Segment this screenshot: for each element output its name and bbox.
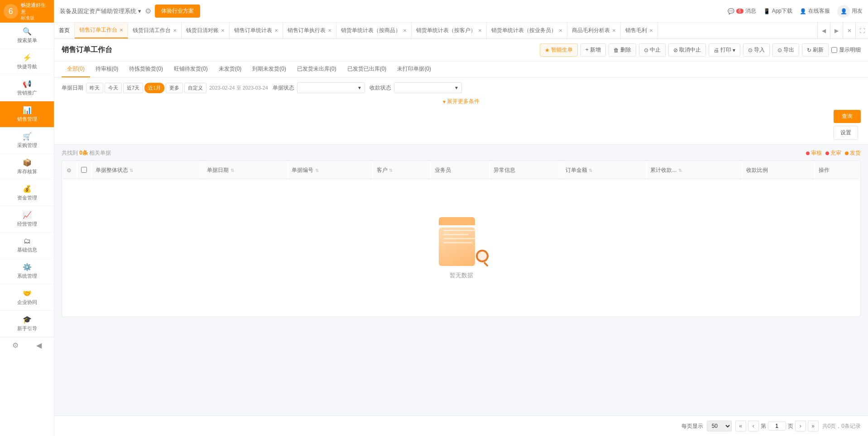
- sidebar-item-system[interactable]: ⚙️系统管理: [0, 258, 54, 284]
- date-btn-近1月[interactable]: 近1月: [144, 83, 164, 93]
- tab-sales-workbench[interactable]: 销售订单工作台✕: [75, 23, 128, 38]
- sidebar-item-enterprise[interactable]: 🤝企业协同: [0, 284, 54, 311]
- date-btn-近7天[interactable]: 近7天: [123, 83, 143, 93]
- subtab-shipped-not-out[interactable]: 已发货未出库(0): [292, 62, 342, 77]
- tab-sales-exec[interactable]: 销售订单执行表✕: [283, 23, 336, 38]
- sidebar-item-search[interactable]: 🔍搜索菜单: [0, 23, 54, 49]
- filter-setting-btn[interactable]: 设置: [834, 126, 858, 140]
- date-btn-更多[interactable]: 更多: [166, 83, 183, 93]
- tab-scroll-left-btn[interactable]: ◀: [817, 23, 830, 39]
- page-size-select[interactable]: 50 20 100: [707, 421, 732, 431]
- sidebar-item-purchase[interactable]: 🛒采购管理: [0, 128, 54, 154]
- date-btn-自定义[interactable]: 自定义: [184, 83, 206, 93]
- user-btn[interactable]: 👤 用友: [837, 5, 863, 18]
- tab-sales-stat-customer[interactable]: 销货单统计表（按客户）✕: [412, 23, 487, 38]
- tab-sales-stat-product[interactable]: 销货单统计表（按商品）✕: [336, 23, 412, 38]
- select-all-checkbox[interactable]: [81, 167, 87, 173]
- logo: 6 畅捷通好生意 标准版: [0, 0, 54, 23]
- tab-close-sales-stat-staff[interactable]: ✕: [559, 28, 562, 33]
- tab-scroll-right-btn[interactable]: ▶: [830, 23, 843, 39]
- page-next-btn[interactable]: ›: [795, 421, 806, 431]
- import-btn[interactable]: ⊙ 导入: [743, 43, 770, 57]
- topbar-settings-icon[interactable]: ⚙: [145, 7, 151, 15]
- tab-cash-daily[interactable]: 钱货日清工作台✕: [128, 23, 182, 38]
- column-settings-icon[interactable]: ⚙: [67, 167, 72, 174]
- page-last-btn[interactable]: »: [808, 421, 819, 431]
- th-collected[interactable]: 累计收款... ⇅: [647, 162, 742, 179]
- tab-profit-analysis[interactable]: 商品毛利分析表✕: [567, 23, 621, 38]
- tab-close-cash-daily[interactable]: ✕: [173, 28, 177, 33]
- date-btn-今天[interactable]: 今天: [105, 83, 122, 93]
- th-status[interactable]: 单据整体状态 ⇅: [92, 162, 202, 179]
- tab-fullscreen-btn[interactable]: ⛶: [855, 23, 868, 39]
- tab-close-cash-reconcile[interactable]: ✕: [221, 28, 225, 33]
- date-btn-昨天[interactable]: 昨天: [86, 83, 103, 93]
- th-customer[interactable]: 客户 ⇅: [373, 162, 430, 179]
- message-btn[interactable]: 💬 6 消息: [728, 7, 756, 15]
- sidebar-item-marketing[interactable]: 📢营销推广: [0, 75, 54, 101]
- th-amount[interactable]: 订单金额 ⇅: [562, 162, 646, 179]
- review-action[interactable]: 审核: [806, 149, 822, 157]
- tab-sales-stats[interactable]: 销售订单统计表✕: [230, 23, 283, 38]
- sidebar-item-sales[interactable]: 📊销售管理: [0, 101, 54, 128]
- sidebar-item-finance[interactable]: 💰资金管理: [0, 180, 54, 206]
- cancel-suspend-btn[interactable]: ⊘ 取消中止: [668, 43, 706, 57]
- sidebar-item-guide[interactable]: 🎓新手引导: [0, 311, 54, 337]
- page-first-btn[interactable]: «: [735, 421, 746, 431]
- expand-conditions-btn[interactable]: ▾ 展开更多条件: [443, 98, 480, 105]
- tab-close-sales-stats[interactable]: ✕: [274, 28, 278, 33]
- print-btn[interactable]: 🖨 打印 ▾: [709, 43, 740, 57]
- export-btn[interactable]: ⊙ 导出: [772, 43, 799, 57]
- ship-action[interactable]: 发货: [845, 149, 861, 157]
- delete-btn[interactable]: 🗑 删除: [609, 43, 636, 57]
- add-btn[interactable]: + 新增: [580, 43, 606, 57]
- th-number[interactable]: 单据编号 ⇅: [288, 162, 372, 179]
- page-prev-btn[interactable]: ‹: [748, 421, 759, 431]
- tab-close-all-btn[interactable]: ✕: [843, 23, 855, 39]
- message-badge: 6: [736, 9, 743, 14]
- sidebar-item-inventory[interactable]: 📦库存核算: [0, 154, 54, 180]
- suspend-btn[interactable]: ⊙ 中止: [639, 43, 666, 57]
- sidebar-item-basic[interactable]: 🗂基础信息: [0, 232, 54, 258]
- tab-sales-stat-staff[interactable]: 销货单统计表（按业务员）✕: [487, 23, 567, 38]
- show-detail-checkbox[interactable]: [831, 47, 837, 53]
- sidebar-collapse-btn[interactable]: ◀: [36, 341, 42, 350]
- subtab-pending-inspect[interactable]: 待拣货验货(0): [124, 62, 168, 77]
- sidebar-item-quick-nav[interactable]: ⚡快捷导航: [0, 49, 54, 75]
- app-download-btn[interactable]: 📱 App下载: [763, 7, 792, 15]
- tab-close-profit-analysis[interactable]: ✕: [612, 28, 616, 33]
- subtab-shipped-out[interactable]: 已发货已出库(0): [342, 62, 392, 77]
- th-operation-label: 操作: [819, 167, 830, 173]
- subtab-unprinted[interactable]: 未打印单据(0): [392, 62, 436, 77]
- subtab-all[interactable]: 全部(0): [62, 62, 90, 77]
- refresh-btn[interactable]: ↻ 刷新: [802, 43, 829, 57]
- tab-sales-profit[interactable]: 销售毛利✕: [621, 23, 658, 38]
- subtab-overdue-unshipped[interactable]: 到期未发货(0): [247, 62, 292, 77]
- industry-btn[interactable]: 体验行业方案: [155, 5, 200, 18]
- tab-cash-reconcile[interactable]: 钱货日清对账✕: [182, 23, 230, 38]
- payment-select[interactable]: ▾: [394, 82, 462, 93]
- subtab-pending-review[interactable]: 待审核(0): [90, 62, 124, 77]
- tab-close-sales-stat-customer[interactable]: ✕: [478, 28, 482, 33]
- smart-generate-btn[interactable]: ★ 智能生单: [540, 43, 578, 57]
- unreviewed-action[interactable]: 充审: [825, 149, 841, 157]
- query-btn[interactable]: 查询: [834, 110, 861, 123]
- sidebar-settings-btn[interactable]: ⚙: [12, 341, 19, 350]
- subtab-not-shipped[interactable]: 未发货(0): [213, 62, 247, 77]
- tab-home[interactable]: 首页: [54, 23, 75, 38]
- service-icon: 👤: [800, 8, 806, 14]
- online-service-btn[interactable]: 👤 在线客服: [800, 7, 830, 15]
- subtab-wangpu-pending[interactable]: 旺铺待发货(0): [168, 62, 213, 77]
- sidebar-inventory-label: 库存核算: [17, 168, 37, 175]
- show-detail-label[interactable]: 显示明细: [831, 46, 861, 54]
- status-select[interactable]: ▾: [297, 82, 365, 93]
- system-title-dropdown[interactable]: 装备及固定资产辅助管理系统 ▾: [60, 7, 141, 15]
- tab-close-sales-workbench[interactable]: ✕: [120, 28, 123, 33]
- page-number-input[interactable]: [768, 422, 786, 431]
- th-date[interactable]: 单据日期 ⇅: [203, 162, 287, 179]
- sidebar-item-operations[interactable]: 📈经营管理: [0, 206, 54, 232]
- tab-close-sales-exec[interactable]: ✕: [328, 28, 331, 33]
- sidebar-search-icon: 🔍: [23, 27, 32, 36]
- tab-close-sales-stat-product[interactable]: ✕: [403, 28, 407, 33]
- tab-close-sales-profit[interactable]: ✕: [649, 28, 653, 33]
